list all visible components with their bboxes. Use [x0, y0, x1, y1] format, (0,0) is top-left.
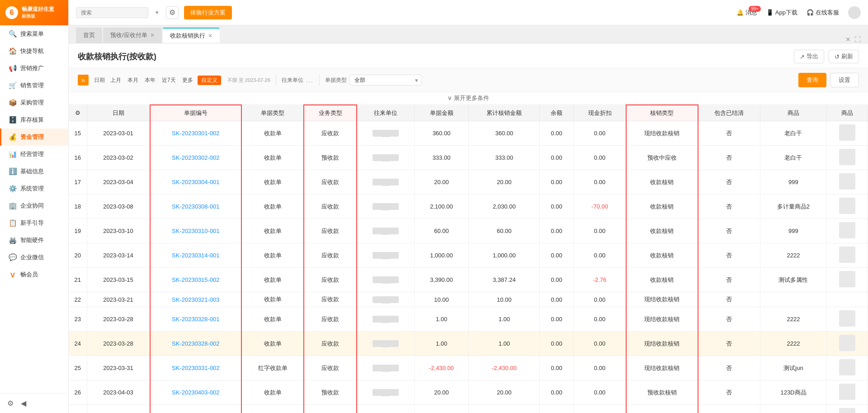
cell-balance: 0.00 [540, 332, 574, 356]
header-right: 🔔 消息 99+ 📱 App下载 🎧 在线客服 [736, 6, 861, 19]
doc-no-link[interactable]: SK-20230328-001 [172, 316, 220, 323]
col-partner[interactable]: 往来单位 [357, 105, 414, 121]
tab-maximize-icon[interactable]: ⛶ [854, 36, 861, 43]
user-avatar[interactable] [848, 6, 861, 19]
doc-no-link[interactable]: SK-20230310-001 [172, 228, 220, 234]
sidebar-item-guide[interactable]: 📋 新手引导 [0, 214, 68, 232]
col-biz-type[interactable]: 业务类型 [304, 105, 357, 121]
tab-prepay[interactable]: 预收/应收付单 ✕ [103, 28, 162, 43]
export-icon: ↗ [800, 53, 805, 60]
cell-goods2 [827, 307, 868, 332]
col-goods[interactable]: 商品 [760, 105, 827, 121]
filter-setting-button[interactable]: 设置 [830, 73, 859, 87]
col-verify-type[interactable]: 核销类型 [626, 105, 698, 121]
sidebar-collapse-icon[interactable]: ◀ [21, 399, 26, 408]
doc-no-link[interactable]: SK-20230321-003 [172, 296, 220, 303]
doc-no-link[interactable]: SK-20230308-001 [172, 203, 220, 210]
cell-doc-type: 收款单 [241, 219, 304, 243]
doc-no-link[interactable]: SK-20230302-002 [172, 154, 220, 161]
sidebar-item-system[interactable]: ⚙️ 系统管理 [0, 180, 68, 197]
cell-include-settled: 否 [698, 195, 760, 219]
col-amount[interactable]: 单据金额 [414, 105, 469, 121]
col-include-settled[interactable]: 包含已结清 [698, 105, 760, 121]
query-button[interactable]: 查询 [798, 73, 826, 87]
breadcrumb-input[interactable] [76, 7, 148, 18]
cell-goods: 测试jun [760, 356, 827, 380]
sidebar-item-hardware[interactable]: 🖨️ 智能硬件 [0, 232, 68, 249]
basic-icon: ℹ️ [9, 167, 17, 176]
doc-no-link[interactable]: SK-20230315-002 [172, 276, 220, 283]
cell-accumulated: 2,030.00 [469, 195, 540, 219]
date-btn-this-month[interactable]: 本月 [126, 76, 140, 85]
filter-expand-button[interactable]: » [78, 75, 89, 85]
doc-no-link[interactable]: SK-20230301-002 [172, 130, 220, 137]
doc-no-link[interactable]: SK-20230314-001 [172, 252, 220, 259]
sidebar-item-purchase[interactable]: 📦 采购管理 [0, 94, 68, 111]
tab-collection[interactable]: 收款核销执行 ✕ [163, 28, 220, 43]
sidebar-item-label: 企业协同 [20, 202, 44, 210]
col-settings[interactable]: ⚙ [69, 105, 87, 121]
col-date[interactable]: 日期 [87, 105, 150, 121]
doc-type-select[interactable]: 全部 收款单 红字收款单 [349, 75, 422, 85]
cell-doc-no: SK-20230301-002 [150, 121, 241, 146]
cell-goods2 [827, 170, 868, 195]
cell-amount: 100.00 [414, 405, 469, 413]
online-service-button[interactable]: 🎧 在线客服 [807, 9, 839, 17]
sidebar-item-basic[interactable]: ℹ️ 基础信息 [0, 163, 68, 180]
cell-partner: ██ [357, 268, 414, 292]
date-btn-more[interactable]: 更多 [180, 76, 195, 85]
refresh-button[interactable]: ↺ 刷新 [829, 50, 859, 63]
col-doc-type[interactable]: 单据类型 [241, 105, 304, 121]
expand-more-bar[interactable]: ∨ 展开更多条件 [69, 92, 868, 104]
date-btn-last-month[interactable]: 上月 [108, 76, 123, 85]
sidebar-item-corp[interactable]: 🏢 企业协同 [0, 197, 68, 214]
cell-doc-no: SK-20230403-002 [150, 380, 241, 405]
cell-include-settled: 否 [698, 292, 760, 307]
col-accumulated[interactable]: 累计核销金额 [469, 105, 540, 121]
date-btn-custom[interactable]: 自定义 [198, 76, 221, 85]
col-goods2[interactable]: 商品 [827, 105, 868, 121]
doc-no-link[interactable]: SK-20230403-002 [172, 389, 220, 396]
sidebar-settings-icon[interactable]: ⚙ [7, 399, 14, 408]
cell-partner: ██ [357, 170, 414, 195]
sidebar-item-operation[interactable]: 📊 经营管理 [0, 146, 68, 163]
app-download-button[interactable]: 📱 App下载 [766, 9, 797, 17]
cell-goods: 999 [760, 219, 827, 243]
date-btn-this-year[interactable]: 本年 [143, 76, 157, 85]
tab-collection-close[interactable]: ✕ [208, 33, 212, 39]
sidebar-item-search[interactable]: 🔍 搜索菜单 [0, 25, 68, 43]
cell-partner: ██ [357, 405, 414, 413]
cell-include-settled: 否 [698, 243, 760, 268]
sidebar-item-marketing[interactable]: 📢 营销推广 [0, 60, 68, 77]
doc-no-link[interactable]: SK-20230304-001 [172, 179, 220, 185]
col-cash-discount[interactable]: 现金折扣 [573, 105, 626, 121]
tab-close-all-icon[interactable]: ✕ [845, 36, 851, 43]
tab-home[interactable]: 首页 [76, 28, 102, 43]
sidebar-item-member[interactable]: V 畅会员 [0, 266, 68, 283]
cell-num: 21 [69, 268, 87, 292]
cell-goods2 [827, 195, 868, 219]
doc-no-link[interactable]: SK-20230331-002 [172, 365, 220, 371]
sidebar-item-sales[interactable]: 🛒 销售管理 [0, 77, 68, 94]
date-btn-7days[interactable]: 近7天 [160, 76, 178, 85]
sidebar-item-finance[interactable]: 💰 资金管理 [0, 128, 68, 146]
doc-no-link[interactable]: SK-20230328-002 [172, 340, 220, 347]
col-balance[interactable]: 余额 [540, 105, 574, 121]
industry-solution-button[interactable]: 体验行业方案 [184, 6, 232, 19]
tab-prepay-close[interactable]: ✕ [150, 32, 155, 38]
cell-accumulated: -2,430.00 [469, 356, 540, 380]
marketing-icon: 📢 [9, 64, 17, 72]
sidebar-item-quick[interactable]: 🏠 快捷导航 [0, 43, 68, 60]
search-icon: 🔍 [9, 30, 17, 38]
logo: 6 畅康道好生意 标推版 [0, 0, 68, 25]
notification-button[interactable]: 🔔 消息 99+ [736, 9, 757, 17]
settings-gear-button[interactable]: ⚙ [166, 6, 179, 19]
cell-verify-type: 现结收款核销 [626, 121, 698, 146]
cell-date: 2023-03-21 [87, 292, 150, 307]
col-doc-no[interactable]: 单据编号 [150, 105, 241, 121]
sidebar-item-wechat[interactable]: 💬 企业微信 [0, 249, 68, 266]
export-button[interactable]: ↗ 导出 [794, 50, 824, 63]
cell-cash-discount: 0.00 [573, 307, 626, 332]
cell-cash-discount: 0.00 [573, 146, 626, 170]
sidebar-item-inventory[interactable]: 🗄️ 库存核算 [0, 111, 68, 128]
